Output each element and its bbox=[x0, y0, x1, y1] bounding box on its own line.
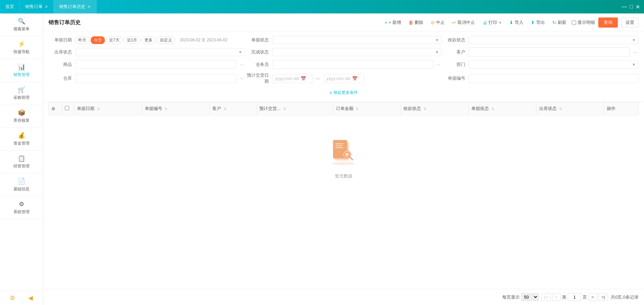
delivery-date-to-text: yyyy-mm-dd bbox=[327, 76, 350, 81]
department-select[interactable]: ▼ bbox=[469, 61, 639, 69]
sidebar-item-system-label: 系统管理 bbox=[13, 209, 30, 215]
date-btn-today[interactable]: 今天 bbox=[91, 36, 105, 44]
date-btn-7days[interactable]: 近7天 bbox=[106, 36, 123, 44]
sidebar-item-basics[interactable]: 📄 基础信息 bbox=[0, 174, 43, 196]
print-button-label: 打印 bbox=[488, 20, 497, 26]
th-date[interactable]: 单据日期 ⇅ bbox=[74, 102, 142, 115]
th-delivery-date[interactable]: 预计交货... ⇅ bbox=[257, 102, 333, 115]
last-page-button[interactable]: >| bbox=[598, 293, 608, 301]
sidebar-item-search-label: 搜索菜单 bbox=[13, 26, 30, 32]
date-btn-1month[interactable]: 近1月 bbox=[124, 36, 140, 44]
warehouse-label: 仓库 bbox=[48, 75, 75, 81]
payment-status-arrow: ▼ bbox=[632, 38, 636, 42]
sidebar-item-inventory-label: 库存核算 bbox=[13, 118, 30, 123]
chevron-up-icon: ∧ bbox=[329, 90, 332, 95]
refresh-button-label: 刷新 bbox=[558, 20, 566, 26]
cancel-stop-button-label: 取消中止 bbox=[458, 20, 475, 26]
refresh-icon: ↻ bbox=[552, 20, 556, 25]
search-icon: 🔍 bbox=[18, 17, 25, 25]
delete-button[interactable]: 🗑 删除 bbox=[406, 18, 425, 27]
export-button[interactable]: ⬆ 导出 bbox=[529, 18, 547, 27]
window-controls: — □ ✕ bbox=[617, 4, 644, 10]
th-customer[interactable]: 客户 ⇅ bbox=[210, 102, 257, 115]
warehouse-input[interactable] bbox=[75, 74, 237, 83]
new-icon: + bbox=[385, 20, 387, 25]
sidebar-item-inventory[interactable]: 📦 库存核算 bbox=[0, 105, 43, 128]
print-button[interactable]: 🖨 打印 ▼ bbox=[480, 18, 504, 27]
stop-button-label: 中止 bbox=[436, 20, 445, 26]
salesperson-browse-icon[interactable]: ··· bbox=[435, 62, 442, 67]
th-checkbox[interactable] bbox=[62, 102, 74, 115]
minimize-icon[interactable]: — bbox=[621, 4, 627, 10]
import-icon: ⬇ bbox=[509, 20, 513, 25]
prev-page-button[interactable]: < bbox=[552, 293, 561, 301]
payment-status-select[interactable]: ▼ bbox=[469, 36, 639, 44]
tab-sales-order[interactable]: 销售订单 ✕ bbox=[20, 0, 54, 13]
th-bill-status[interactable]: 单据状态 ⇅ bbox=[469, 102, 536, 115]
import-button[interactable]: ⬇ 导入 bbox=[507, 18, 525, 27]
sidebar-item-operations[interactable]: 📋 经营管理 bbox=[0, 151, 43, 174]
sidebar-item-sales[interactable]: 📊 销售管理 bbox=[0, 59, 43, 82]
maximize-icon[interactable]: □ bbox=[630, 4, 633, 10]
delivery-date-control: yyyy-mm-dd 📅 — yyyy-mm-dd 📅 bbox=[272, 74, 442, 83]
sidebar-item-finance[interactable]: 💰 资金管理 bbox=[0, 128, 43, 151]
window-close-icon[interactable]: ✕ bbox=[636, 4, 640, 10]
new-button-label: + 新增 bbox=[389, 20, 401, 26]
cancel-stop-button[interactable]: ↩ 取消中止 bbox=[450, 18, 477, 27]
th-payment-status[interactable]: 收款状态 ⇅ bbox=[401, 102, 469, 115]
next-page-button[interactable]: > bbox=[588, 293, 597, 301]
th-number[interactable]: 单据编号 ⇅ bbox=[142, 102, 210, 115]
filter-row-2: 出库状态 ▼ 完成状态 ▼ 客户 ··· bbox=[48, 47, 639, 56]
goods-browse-icon[interactable]: ··· bbox=[239, 62, 245, 67]
stop-button[interactable]: ⊘ 中止 bbox=[429, 18, 447, 27]
th-amount[interactable]: 订单金额 ⇅ bbox=[333, 102, 401, 115]
page-size-dropdown[interactable]: 10 20 50 100 bbox=[521, 293, 539, 301]
date-btn-yesterday[interactable]: 昨天 bbox=[75, 36, 89, 44]
close-sales-order-history-icon[interactable]: ✕ bbox=[87, 4, 91, 9]
display-toggle[interactable]: 显示明细 bbox=[572, 20, 595, 26]
collapse-more-btn[interactable]: ∧ 收起更多条件 bbox=[48, 88, 639, 98]
query-button[interactable]: 查询 bbox=[598, 17, 618, 28]
sidebar-item-search[interactable]: 🔍 搜索菜单 bbox=[0, 13, 43, 36]
th-amount-sort-icon: ⇅ bbox=[356, 107, 358, 111]
close-sales-order-icon[interactable]: ✕ bbox=[45, 4, 48, 9]
tab-home[interactable]: 首页 bbox=[0, 0, 20, 13]
sidebar-item-quicknav[interactable]: ⚡ 快捷导航 bbox=[0, 36, 43, 59]
sidebar-collapse-icon[interactable]: ◀ bbox=[28, 294, 33, 302]
customer-browse-icon[interactable]: ··· bbox=[632, 49, 639, 55]
sidebar-settings-icon[interactable]: ⚙ bbox=[10, 294, 15, 302]
settings-button[interactable]: 设置 bbox=[621, 18, 639, 27]
page-size-select: 每页显示 10 20 50 100 bbox=[502, 293, 539, 301]
tab-sales-order-history[interactable]: 销售订单历史 ✕ bbox=[54, 0, 96, 13]
delivery-date-from[interactable]: yyyy-mm-dd 📅 bbox=[272, 74, 312, 83]
sidebar-item-purchase[interactable]: 🛒 采购管理 bbox=[0, 82, 43, 105]
display-toggle-checkbox[interactable] bbox=[572, 21, 576, 25]
tab-list: 首页 销售订单 ✕ 销售订单历史 ✕ bbox=[0, 0, 96, 13]
date-btn-more[interactable]: 更多 bbox=[141, 36, 156, 44]
salesperson-input[interactable] bbox=[272, 60, 433, 69]
date-btn-custom[interactable]: 自定义 bbox=[157, 36, 175, 44]
goods-input[interactable] bbox=[75, 60, 237, 69]
top-bar: 首页 销售订单 ✕ 销售订单历史 ✕ — □ ✕ bbox=[0, 0, 644, 13]
export-icon: ⬆ bbox=[531, 20, 535, 25]
delivery-date-to[interactable]: yyyy-mm-dd 📅 bbox=[324, 74, 364, 83]
complete-status-select[interactable]: ▼ bbox=[272, 48, 442, 56]
department-label: 部门 bbox=[442, 62, 469, 68]
th-delivery-status[interactable]: 出库状态 ⇅ bbox=[536, 102, 604, 115]
th-settings[interactable]: ⚙ bbox=[49, 102, 62, 115]
warehouse-browse-icon[interactable]: ··· bbox=[239, 76, 245, 81]
bill-status-select[interactable]: ▼ bbox=[272, 36, 442, 44]
th-date-sort-icon: ⇅ bbox=[97, 107, 100, 111]
page-number-input[interactable] bbox=[568, 293, 581, 301]
sidebar-item-system[interactable]: ⚙ 系统管理 bbox=[0, 196, 43, 219]
new-button[interactable]: + + 新增 bbox=[383, 18, 403, 27]
select-all-checkbox[interactable] bbox=[65, 106, 69, 110]
sidebar-item-purchase-label: 采购管理 bbox=[13, 95, 30, 101]
collapse-more-label: 收起更多条件 bbox=[334, 90, 358, 96]
bill-number-input[interactable] bbox=[469, 74, 639, 83]
first-page-button[interactable]: |< bbox=[541, 293, 551, 301]
cancel-stop-icon: ↩ bbox=[452, 20, 456, 25]
refresh-button[interactable]: ↻ 刷新 bbox=[550, 18, 568, 27]
delivery-status-select[interactable]: ▼ bbox=[75, 48, 245, 56]
customer-input[interactable] bbox=[469, 47, 630, 56]
